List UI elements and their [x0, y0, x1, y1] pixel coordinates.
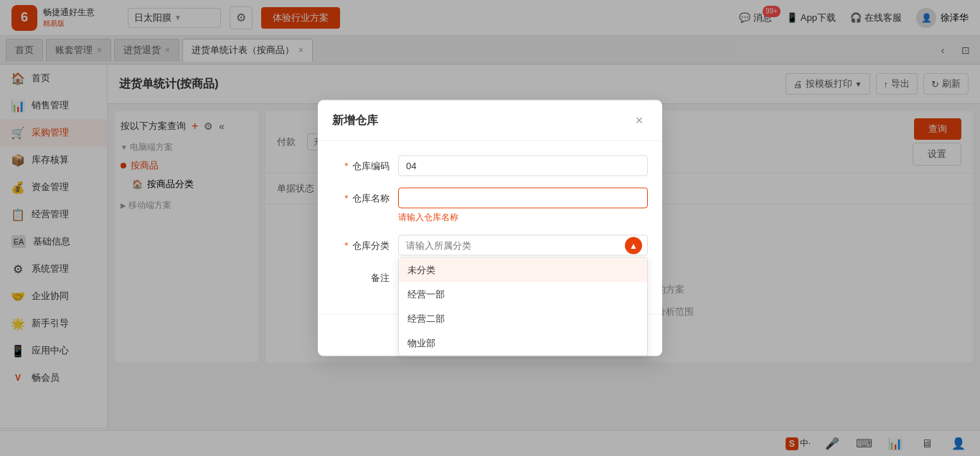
modal-title: 新增仓库: [332, 113, 378, 128]
category-dropdown: 未分类 经营一部 经营二部 物业部: [398, 257, 648, 356]
category-option-unclassified[interactable]: 未分类: [399, 258, 647, 282]
code-input[interactable]: [398, 156, 648, 176]
category-label: * 仓库分类: [332, 235, 390, 252]
modal-header: 新增仓库 ×: [318, 100, 662, 141]
name-label: * 仓库名称: [332, 188, 390, 205]
category-toggle-icon[interactable]: ▲: [625, 237, 642, 254]
name-error-message: 请输入仓库名称: [398, 212, 648, 224]
note-label: 备注: [332, 267, 390, 285]
category-field-row: * 仓库分类 ▲ 未分类 经营一部 经营二部 物业部: [332, 235, 648, 256]
modal-body: * 仓库编码 * 仓库名称 请输入仓库名称 * 仓库分类: [318, 141, 662, 314]
code-label: * 仓库编码: [332, 156, 390, 173]
modal-close-button[interactable]: ×: [631, 112, 648, 129]
category-option-property[interactable]: 物业部: [399, 331, 647, 356]
name-input[interactable]: [398, 188, 648, 209]
name-field-row: * 仓库名称 请输入仓库名称: [332, 188, 648, 224]
category-option-dept2[interactable]: 经营二部: [399, 307, 647, 331]
code-field-row: * 仓库编码: [332, 156, 648, 176]
code-control-wrap: [398, 156, 648, 176]
category-control-wrap: ▲ 未分类 经营一部 经营二部 物业部: [398, 235, 648, 256]
category-input[interactable]: [398, 235, 648, 256]
name-control-wrap: 请输入仓库名称: [398, 188, 648, 224]
new-warehouse-modal: 新增仓库 × * 仓库编码 * 仓库名称 请输入仓库名称: [318, 100, 662, 356]
category-option-dept1[interactable]: 经营一部: [399, 282, 647, 307]
